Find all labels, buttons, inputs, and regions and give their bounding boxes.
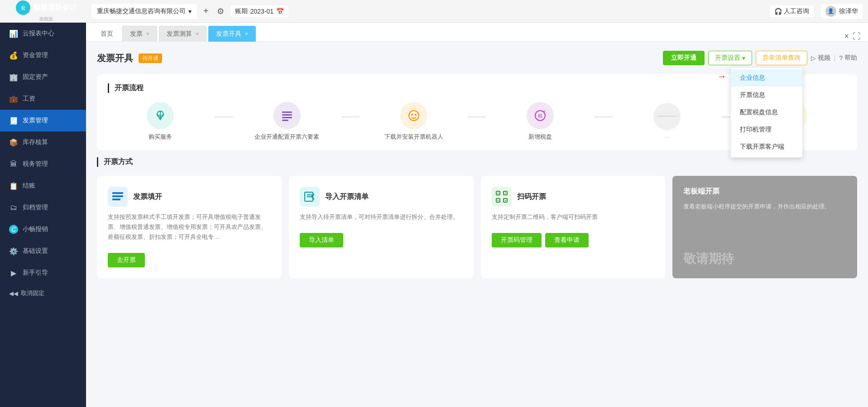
user-button[interactable]: 👤 徐泽华 [821, 4, 863, 19]
step-divider-2 [341, 116, 360, 117]
import-list-button[interactable]: 导入清单 [300, 233, 343, 247]
sidebar-label: 工资 [23, 95, 35, 103]
sidebar-item-xiaochang[interactable]: C 小畅报销 [0, 218, 86, 240]
activate-button[interactable]: 立即开通 [663, 51, 705, 65]
svg-rect-27 [498, 200, 499, 201]
flow-step-download: 下载并安装开票机器人 [361, 102, 466, 141]
tab-invoice[interactable]: 发票 × [122, 26, 157, 42]
tab-home[interactable]: 首页 [93, 26, 120, 42]
method-card-manual-fill: 发票填开 支持按照发票样式手工填开发票；可开具增值税电子普通发票、增值税普通发票… [97, 176, 282, 278]
period-selector[interactable]: 账期 2023-01 📅 [230, 5, 288, 17]
settings-btn-label: 开票设置 [715, 54, 740, 62]
tab-invoice-label: 发票 [130, 30, 143, 38]
company-selector[interactable]: 重庆畅捷交通信息咨询有限公司 ▾ [91, 4, 197, 19]
settings-gear-icon: ⚙️ [9, 247, 18, 256]
tab-invoice-calc[interactable]: 发票测算 × [159, 26, 206, 42]
go-invoice-button[interactable]: 去开票 [108, 253, 145, 267]
sidebar: 📊 云报表中心 💰 资金管理 🏢 固定资产 💼 工资 🧾 发票管理 📦 [0, 23, 86, 407]
import-list-desc: 支持导入待开票清单，可对待开票清单进行拆分、合并处理。 [300, 212, 463, 222]
placeholder-label: ─ [665, 134, 669, 141]
sidebar-item-archive[interactable]: 🗂 归档管理 [0, 197, 86, 218]
collapse-label: 取消固定 [21, 289, 44, 297]
tab-invoice-open-label: 发票开具 [216, 30, 241, 38]
tab-invoice-close[interactable]: × [146, 31, 149, 37]
svg-rect-19 [112, 195, 123, 197]
svg-rect-5 [282, 114, 292, 116]
sidebar-label: 资金管理 [23, 51, 48, 59]
view-apply-button[interactable]: 查看申请 [545, 233, 589, 247]
tab-invoice-open[interactable]: 发票开具 × [208, 26, 256, 42]
add-company-button[interactable]: + [201, 4, 211, 18]
sidebar-item-fund-mgmt[interactable]: 💰 资金管理 [0, 44, 86, 66]
dropdown-printer[interactable]: 打印机管理 [731, 121, 802, 138]
help-label: 帮助 [844, 54, 857, 62]
methods-section-title: 开票方式 [97, 157, 857, 167]
dropdown-company-info[interactable]: 企业信息 [731, 69, 802, 87]
method-card-scan: 扫码开票 支持定制开票二维码，客户端可扫码开票 开票码管理 查看申请 [481, 176, 666, 278]
scan-desc: 支持定制开票二维码，客户端可扫码开票 [492, 212, 655, 222]
logo-sub: 旗舰版 [39, 16, 53, 22]
svg-point-9 [411, 114, 413, 116]
sidebar-item-cloud-report[interactable]: 📊 云报表中心 [0, 23, 86, 44]
fund-icon: 💰 [9, 51, 18, 60]
method-card-import: 导入开票清单 支持导入待开票清单，可对待开票清单进行拆分、合并处理。 导入清单 [289, 176, 474, 278]
svg-rect-4 [282, 111, 292, 113]
sidebar-item-payroll[interactable]: 💼 工资 [0, 88, 86, 110]
calendar-icon: 📅 [276, 8, 284, 15]
sidebar-item-new-guide[interactable]: ▶ 新手引导 [0, 262, 86, 284]
settings-dropdown-arrow: ▾ [742, 54, 745, 62]
invoice-info-label: 开票信息 [740, 91, 765, 99]
video-button[interactable]: ▷ 视频 [811, 54, 830, 62]
service-button[interactable]: 🎧 人工咨询 [770, 5, 814, 17]
qr-manage-button[interactable]: 开票码管理 [492, 233, 542, 247]
sidebar-item-invoice-mgmt[interactable]: 🧾 发票管理 [0, 110, 86, 131]
sidebar-label: 结账 [23, 182, 35, 190]
tax-disk-label: 新增税盘 [528, 133, 552, 141]
svg-rect-7 [282, 120, 288, 121]
svg-rect-20 [112, 199, 120, 200]
download-label: 下载并安装开票机器人 [384, 133, 443, 141]
methods-section: 开票方式 发票填开 支持按照发票样式手工填开发票；可开具增值税电子普通发票、增值… [97, 157, 857, 278]
svg-rect-29 [505, 200, 506, 201]
sidebar-item-inventory[interactable]: 📦 库存核算 [0, 131, 86, 153]
period-label: 账期 [235, 7, 248, 15]
tab-invoice-open-close[interactable]: × [245, 31, 248, 37]
tab-calc-close[interactable]: × [196, 31, 199, 37]
dropdown-invoice-info[interactable]: 开票信息 [731, 87, 802, 104]
settle-icon: 📋 [9, 181, 18, 190]
sidebar-item-basic-settings[interactable]: ⚙️ 基础设置 [0, 240, 86, 262]
flow-step-placeholder: ─ [614, 103, 719, 141]
dropdown-tax-disk[interactable]: 配置税盘信息 [731, 104, 802, 121]
boss-invoice-desc: 查看老板端小程序提交的开票申请，并作出相应的处理。 [683, 202, 846, 212]
page-header: 发票开具 待开通 立即开通 开票设置 ▾ 异常清单查询 ▷ [97, 51, 857, 65]
svg-point-10 [415, 114, 417, 116]
tab-invoice-calc-label: 发票测算 [167, 30, 192, 38]
tax-disk-step-icon: 税+ [527, 102, 554, 129]
svg-text:云: 云 [21, 5, 25, 10]
manual-fill-title: 发票填开 [133, 192, 162, 202]
invoice-mgmt-icon: 🧾 [9, 116, 18, 125]
video-label: 视频 [818, 54, 830, 62]
tab-maximize-button[interactable]: ⛶ [853, 32, 861, 41]
download-icon [400, 102, 427, 129]
svg-point-8 [409, 111, 419, 121]
sidebar-label: 发票管理 [23, 116, 48, 125]
sidebar-item-settle[interactable]: 📋 结账 [0, 175, 86, 197]
company-info-label: 企业信息 [740, 74, 765, 82]
sidebar-collapse-button[interactable]: ◀◀ 取消固定 [0, 284, 86, 303]
settings-icon[interactable]: ⚙ [215, 5, 226, 18]
fixed-assets-icon: 🏢 [9, 73, 18, 82]
methods-grid: 发票填开 支持按照发票样式手工填开发票；可开具增值税电子普通发票、增值税普通发票… [97, 176, 857, 278]
method-card-boss: 老板端开票 查看老板端小程序提交的开票申请，并作出相应的处理。 敬请期待 [672, 176, 857, 278]
sidebar-label: 库存核算 [23, 138, 48, 146]
dropdown-download-client[interactable]: 下载开票客户端 [731, 138, 802, 155]
tax-disk-label: 配置税盘信息 [740, 108, 778, 116]
sidebar-label: 小畅报销 [23, 225, 48, 233]
tab-close-all-button[interactable]: × [844, 32, 849, 41]
help-button[interactable]: ? 帮助 [839, 54, 857, 62]
sidebar-label: 税务管理 [23, 160, 48, 168]
sidebar-item-tax-mgmt[interactable]: 🏛 税务管理 [0, 153, 86, 175]
abnormal-list-button[interactable]: 异常清单查询 [756, 51, 807, 65]
settings-button[interactable]: 开票设置 ▾ [708, 51, 752, 65]
sidebar-item-fixed-assets[interactable]: 🏢 固定资产 [0, 66, 86, 88]
